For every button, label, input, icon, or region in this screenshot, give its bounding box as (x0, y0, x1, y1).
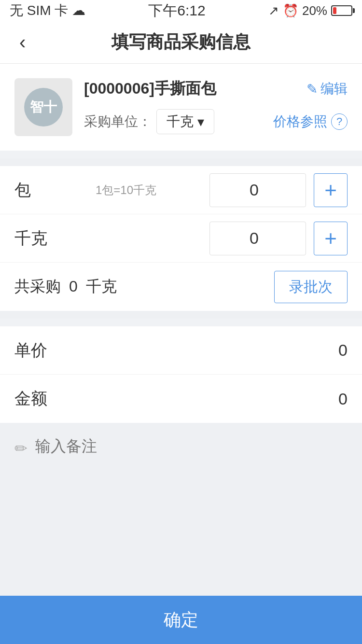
summary-value: 0 (69, 278, 78, 295)
edit-label: 编辑 (320, 80, 348, 98)
product-card: 智十 [0000006]手撕面包 ✎ 编辑 采购单位： 千克 ▾ (0, 64, 362, 151)
battery-percent: 20% (302, 3, 327, 18)
nav-bar: ‹ 填写商品采购信息 (0, 21, 362, 64)
alarm-icon: ⏰ (283, 3, 298, 18)
price-ref-label: 价格参照 (273, 112, 327, 131)
unit-select[interactable]: 千克 ▾ (156, 109, 214, 134)
unit-value: 千克 (167, 112, 194, 131)
page: 无 SIM 卡 ☁ 下午6:12 ↗ ⏰ 20% ‹ 填写商品采购信息 智十 [… (0, 0, 362, 644)
status-bar-left: 无 SIM 卡 ☁ (10, 1, 85, 20)
summary-text: 共采购 0 千克 (14, 276, 117, 297)
confirm-label: 确定 (164, 608, 198, 632)
summary-unit: 千克 (86, 278, 117, 295)
bag-label: 包 (14, 179, 92, 201)
bag-plus-button[interactable]: + (314, 173, 348, 207)
page-title: 填写商品采购信息 (111, 30, 251, 54)
product-name-row: [0000006]手撕面包 ✎ 编辑 (84, 78, 348, 99)
batch-button[interactable]: 录批次 (274, 271, 348, 303)
unit-label: 采购单位： (84, 112, 152, 131)
info-icon: ? (331, 113, 348, 130)
product-name: [0000006]手撕面包 (84, 78, 216, 99)
product-logo: 智十 (24, 88, 63, 126)
content-area (0, 472, 362, 596)
status-bar-time: 下午6:12 (148, 1, 205, 21)
summary-prefix: 共采购 (14, 278, 61, 295)
confirm-button[interactable]: 确定 (0, 596, 362, 644)
bag-input-wrap: + (156, 173, 348, 207)
sim-status: 无 SIM 卡 ☁ (10, 1, 85, 20)
kg-plus-button[interactable]: + (314, 222, 348, 255)
notes-section: ✏ (0, 423, 362, 472)
status-bar-right: ↗ ⏰ 20% (268, 3, 352, 18)
pencil-icon: ✏ (14, 439, 28, 458)
section-divider-2 (0, 311, 362, 319)
amount-label: 金额 (14, 388, 47, 410)
input-section: 包 1包=10千克 + 千克 + 共采购 0 千克 录批次 (0, 166, 362, 311)
bag-sublabel: 1包=10千克 (96, 182, 156, 198)
status-bar: 无 SIM 卡 ☁ 下午6:12 ↗ ⏰ 20% (0, 0, 362, 21)
kg-label: 千克 (14, 227, 92, 250)
price-reference-button[interactable]: 价格参照 ? (273, 112, 348, 131)
edit-icon: ✎ (306, 81, 318, 97)
unit-price-label: 单价 (14, 339, 47, 362)
battery-icon (331, 5, 352, 16)
kg-input-wrap: + (92, 222, 348, 255)
amount-row: 金额 0 (0, 375, 362, 423)
unit-price-value: 0 (338, 341, 348, 360)
amount-value: 0 (338, 390, 348, 408)
notes-input[interactable] (35, 437, 348, 455)
back-button[interactable]: ‹ (14, 27, 30, 58)
battery-fill (333, 7, 336, 14)
summary-row: 共采购 0 千克 录批次 (0, 263, 362, 311)
price-section: 单价 0 金额 0 (0, 326, 362, 423)
product-image: 智十 (14, 78, 72, 136)
bag-input[interactable] (209, 173, 306, 207)
edit-button[interactable]: ✎ 编辑 (306, 80, 348, 98)
kg-input[interactable] (209, 222, 306, 255)
dropdown-icon: ▾ (197, 114, 204, 130)
kg-input-row: 千克 + (0, 214, 362, 263)
bag-input-row: 包 1包=10千克 + (0, 166, 362, 214)
navigation-icon: ↗ (268, 3, 279, 18)
product-info: [0000006]手撕面包 ✎ 编辑 采购单位： 千克 ▾ 价格参照 ? (84, 78, 348, 134)
unit-row: 采购单位： 千克 ▾ 价格参照 ? (84, 109, 348, 134)
section-divider-1 (0, 158, 362, 166)
unit-price-row: 单价 0 (0, 326, 362, 375)
